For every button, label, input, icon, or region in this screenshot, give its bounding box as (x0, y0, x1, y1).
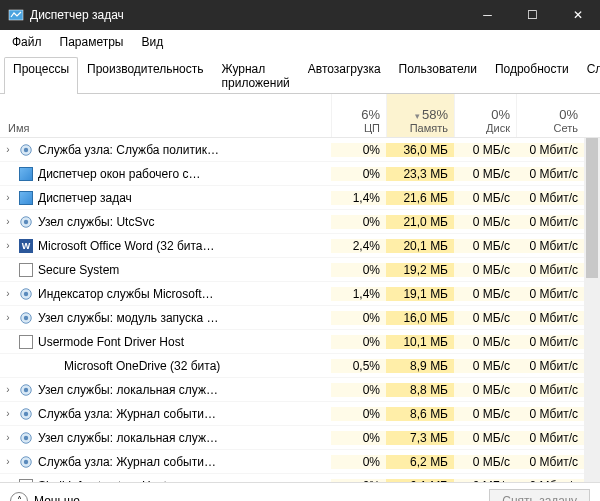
cell-memory: 21,0 МБ (386, 215, 454, 229)
table-row[interactable]: Microsoft OneDrive (32 бита)0,5%8,9 МБ0 … (0, 354, 584, 378)
expand-icon[interactable]: › (2, 432, 14, 443)
column-name[interactable]: Имя (0, 94, 331, 137)
expand-icon[interactable]: › (2, 216, 14, 227)
cell-cpu: 0% (331, 383, 386, 397)
cell-cpu: 0% (331, 431, 386, 445)
window-icon (18, 334, 34, 350)
cell-disk: 0 МБ/с (454, 215, 516, 229)
cell-memory: 8,8 МБ (386, 383, 454, 397)
titlebar: Диспетчер задач ─ ☐ ✕ (0, 0, 600, 30)
cell-name: Secure System (0, 262, 331, 278)
gear-icon (18, 454, 34, 470)
cell-name: ›Служба узла: Служба политик… (0, 142, 331, 158)
table-row[interactable]: Диспетчер окон рабочего с…0%23,3 МБ0 МБ/… (0, 162, 584, 186)
scrollbar-thumb[interactable] (586, 138, 598, 278)
column-disk[interactable]: 0%Диск (454, 94, 516, 137)
tab-processes[interactable]: Процессы (4, 57, 78, 94)
gear-icon (18, 286, 34, 302)
close-button[interactable]: ✕ (555, 0, 600, 30)
table-row[interactable]: ›Shell Infrastructure Host0%6,1 МБ0 МБ/с… (0, 474, 584, 482)
tab-performance[interactable]: Производительность (78, 57, 212, 94)
tab-startup[interactable]: Автозагрузка (299, 57, 390, 94)
cell-memory: 7,3 МБ (386, 431, 454, 445)
scrollbar[interactable] (584, 138, 600, 482)
table-row[interactable]: ›Индексатор службы Microsoft…1,4%19,1 МБ… (0, 282, 584, 306)
cell-cpu: 0% (331, 335, 386, 349)
table-row[interactable]: Usermode Font Driver Host0%10,1 МБ0 МБ/с… (0, 330, 584, 354)
expand-icon[interactable]: › (2, 288, 14, 299)
tab-details[interactable]: Подробности (486, 57, 578, 94)
app-process-icon (18, 190, 34, 206)
svg-point-4 (24, 219, 28, 223)
expand-icon[interactable]: › (2, 192, 14, 203)
cell-disk: 0 МБ/с (454, 335, 516, 349)
cell-name: ›Диспетчер задач (0, 190, 331, 206)
window-title: Диспетчер задач (30, 8, 124, 22)
tab-services[interactable]: Службы (578, 57, 600, 94)
chevron-up-icon: ˄ (10, 492, 28, 502)
expand-icon[interactable]: › (2, 480, 14, 482)
cell-disk: 0 МБ/с (454, 359, 516, 373)
menu-file[interactable]: Файл (4, 32, 50, 52)
cell-disk: 0 МБ/с (454, 431, 516, 445)
tab-app-history[interactable]: Журнал приложений (213, 57, 299, 94)
cell-disk: 0 МБ/с (454, 191, 516, 205)
table-header: Имя 6%ЦП ▾58%Память 0%Диск 0%Сеть (0, 94, 600, 138)
table-row[interactable]: ›Диспетчер задач1,4%21,6 МБ0 МБ/с0 Мбит/… (0, 186, 584, 210)
process-name: Узел службы: модуль запуска … (38, 311, 218, 325)
process-name: Служба узла: Журнал событи… (38, 407, 216, 421)
expand-icon[interactable]: › (2, 456, 14, 467)
cell-name: ›Служба узла: Журнал событи… (0, 454, 331, 470)
end-task-button[interactable]: Снять задачу (489, 489, 590, 502)
cell-network: 0 Мбит/с (516, 239, 584, 253)
cell-memory: 19,2 МБ (386, 263, 454, 277)
column-network[interactable]: 0%Сеть (516, 94, 584, 137)
column-memory[interactable]: ▾58%Память (386, 94, 454, 137)
cell-cpu: 0% (331, 263, 386, 277)
sort-indicator-icon: ▾ (415, 111, 420, 121)
table-row[interactable]: ›Узел службы: локальная служ…0%7,3 МБ0 М… (0, 426, 584, 450)
gear-icon (18, 214, 34, 230)
tab-users[interactable]: Пользователи (390, 57, 486, 94)
table-row[interactable]: ›Служба узла: Журнал событи…0%6,2 МБ0 МБ… (0, 450, 584, 474)
table-row[interactable]: ›Узел службы: модуль запуска …0%16,0 МБ0… (0, 306, 584, 330)
fewer-details-button[interactable]: ˄ Меньше (10, 492, 80, 502)
cell-network: 0 Мбит/с (516, 455, 584, 469)
cell-network: 0 Мбит/с (516, 359, 584, 373)
table-row[interactable]: ›Узел службы: локальная служ…0%8,8 МБ0 М… (0, 378, 584, 402)
column-cpu[interactable]: 6%ЦП (331, 94, 386, 137)
expand-icon[interactable]: › (2, 240, 14, 251)
table-row[interactable]: ›Служба узла: Служба политик…0%36,0 МБ0 … (0, 138, 584, 162)
cell-network: 0 Мбит/с (516, 167, 584, 181)
gear-icon (18, 382, 34, 398)
menu-options[interactable]: Параметры (52, 32, 132, 52)
process-name: Индексатор службы Microsoft… (38, 287, 214, 301)
cell-disk: 0 МБ/с (454, 479, 516, 483)
cell-memory: 6,1 МБ (386, 479, 454, 483)
table-row[interactable]: Secure System0%19,2 МБ0 МБ/с0 Мбит/с (0, 258, 584, 282)
expand-icon[interactable]: › (2, 312, 14, 323)
table-row[interactable]: ›Узел службы: UtcSvc0%21,0 МБ0 МБ/с0 Мби… (0, 210, 584, 234)
cell-memory: 20,1 МБ (386, 239, 454, 253)
cell-name: ›Служба узла: Журнал событи… (0, 406, 331, 422)
expand-icon[interactable]: › (2, 408, 14, 419)
gear-icon (18, 430, 34, 446)
window-icon (18, 478, 34, 483)
cell-network: 0 Мбит/с (516, 407, 584, 421)
process-name: Диспетчер окон рабочего с… (38, 167, 200, 181)
expand-icon[interactable]: › (2, 384, 14, 395)
process-name: Служба узла: Служба политик… (38, 143, 219, 157)
cell-network: 0 Мбит/с (516, 479, 584, 483)
expand-icon[interactable]: › (2, 144, 14, 155)
menu-view[interactable]: Вид (133, 32, 171, 52)
svg-point-8 (24, 315, 28, 319)
gear-icon (18, 310, 34, 326)
minimize-button[interactable]: ─ (465, 0, 510, 30)
svg-point-6 (24, 291, 28, 295)
cell-memory: 21,6 МБ (386, 191, 454, 205)
table-row[interactable]: ›WMicrosoft Office Word (32 бита…2,4%20,… (0, 234, 584, 258)
menubar: Файл Параметры Вид (0, 30, 600, 54)
cell-name: Usermode Font Driver Host (0, 334, 331, 350)
table-row[interactable]: ›Служба узла: Журнал событи…0%8,6 МБ0 МБ… (0, 402, 584, 426)
maximize-button[interactable]: ☐ (510, 0, 555, 30)
